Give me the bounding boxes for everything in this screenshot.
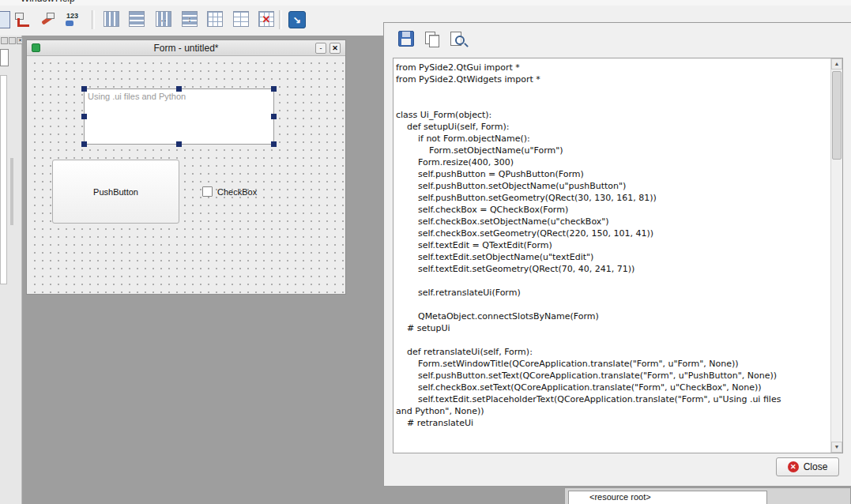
edit-tab-order-icon[interactable]: 123 [65, 11, 82, 28]
form-close-button[interactable]: ✕ [329, 43, 341, 54]
vertical-scrollbar[interactable]: ▲ ▼ [830, 58, 842, 453]
resource-root-item[interactable]: <resource root> [589, 492, 651, 502]
edit-signals-slots-icon[interactable] [14, 11, 32, 28]
dock-list-fragment [0, 75, 7, 284]
toolbar-separator [92, 10, 95, 29]
code-preview-dialog: from PySide2.QtGui import * from PySide2… [383, 22, 851, 487]
checkbox-widget[interactable]: CheckBox [202, 175, 282, 208]
dock-scrollbar-fragment[interactable] [10, 158, 13, 225]
break-layout-icon[interactable]: ✕ [258, 11, 276, 28]
adjust-size-icon[interactable]: ↘ [288, 11, 306, 28]
resize-handle-top-left[interactable] [81, 86, 87, 92]
menu-help[interactable]: Help [55, 0, 75, 4]
close-circle-icon: ✕ [788, 461, 799, 472]
form-canvas[interactable]: Using .ui files and Python PushButton Ch… [28, 57, 345, 293]
dock-input-fragment [0, 49, 9, 66]
layout-horizontal-icon[interactable] [104, 11, 121, 28]
pushbutton-widget[interactable]: PushButton [52, 160, 179, 224]
splitter-vertical-icon[interactable]: ↕ [182, 11, 199, 28]
menu-window[interactable]: Window [21, 0, 55, 4]
dock-button[interactable] [1, 37, 8, 44]
scroll-down-icon[interactable]: ▼ [831, 442, 842, 453]
textedit-placeholder: Using .ui files and Python [88, 92, 186, 101]
layout-form-icon[interactable] [233, 11, 250, 28]
toolbar-separator [279, 10, 282, 29]
textedit-widget[interactable]: Using .ui files and Python [84, 88, 274, 145]
resize-handle-top[interactable] [176, 86, 182, 92]
dock-float-button[interactable] [9, 37, 16, 44]
checkbox-label: CheckBox [217, 187, 257, 197]
form-designer-window: Form - untitled* - ✕ Using .ui files and… [26, 39, 346, 295]
resize-handle-bottom[interactable] [176, 141, 182, 147]
close-button-label: Close [804, 461, 828, 472]
save-icon[interactable] [398, 31, 416, 48]
resource-browser: <resource root> [564, 487, 851, 504]
resize-handle-top-right[interactable] [271, 86, 277, 92]
find-icon[interactable] [449, 31, 466, 48]
layout-grid-icon[interactable] [207, 11, 224, 28]
menu-bar: Window Help [0, 0, 851, 6]
resize-handle-bottom-left[interactable] [81, 141, 87, 147]
copy-icon[interactable] [424, 31, 441, 48]
resource-tree[interactable]: <resource root> [568, 491, 767, 504]
resize-handle-bottom-right[interactable] [271, 141, 277, 147]
resize-handle-right[interactable] [271, 114, 277, 119]
form-title: Form - untitled* [27, 43, 345, 54]
checkbox-indicator[interactable] [202, 186, 213, 197]
scrollbar-thumb[interactable] [832, 71, 842, 160]
left-dock-panel: ✕ [0, 36, 22, 504]
qt-designer-window: Window Help 123 ↔ ↕ ✕ ↘ ✕ Form - unti [0, 0, 851, 504]
form-titlebar[interactable]: Form - untitled* - ✕ [27, 40, 345, 56]
resize-handle-left[interactable] [81, 114, 87, 119]
layout-vertical-icon[interactable] [129, 11, 146, 28]
splitter-horizontal-icon[interactable]: ↔ [156, 11, 173, 28]
edit-buddies-icon[interactable] [40, 11, 57, 28]
code-text: from PySide2.QtGui import * from PySide2… [393, 58, 842, 432]
code-area[interactable]: from PySide2.QtGui import * from PySide2… [393, 58, 843, 453]
dialog-close-button[interactable]: ✕ Close [776, 457, 839, 476]
scroll-up-icon[interactable]: ▲ [831, 58, 842, 70]
form-minimize-button[interactable]: - [315, 43, 326, 54]
